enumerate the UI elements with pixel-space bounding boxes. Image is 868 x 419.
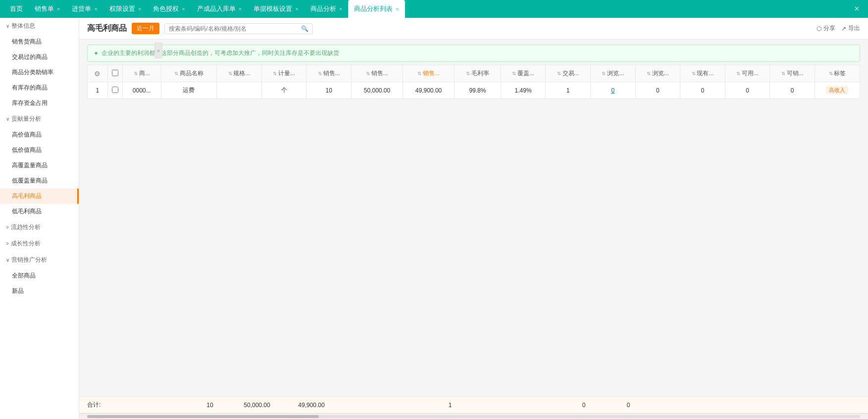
- th-name[interactable]: 商品名称: [161, 65, 217, 82]
- horizontal-scrollbar[interactable]: [79, 413, 868, 419]
- th-coverage[interactable]: 覆盖...: [501, 65, 546, 82]
- sidebar-item-high-margin[interactable]: 高毛利商品: [0, 188, 79, 204]
- close-all-tabs[interactable]: ×: [850, 4, 864, 13]
- row-tag: 高收入: [815, 82, 860, 99]
- sidebar-group-contribution[interactable]: ∨ 贡献量分析: [0, 111, 79, 127]
- main-layout: ∨ 整体信息 销售货商品 交易过的商品 商品分类助销率 有库存的商品 库存资金占…: [0, 18, 868, 419]
- footer-transaction: 1: [428, 402, 472, 409]
- info-icon: ✦: [94, 50, 99, 57]
- sidebar-item-low-margin[interactable]: 低毛利商品: [0, 204, 79, 219]
- footer-summary: 合计: 10 50,000.00 49,900.00 1 0 0: [79, 396, 868, 413]
- row-current-stock: 0: [680, 82, 725, 99]
- sidebar-group-overall[interactable]: ∨ 整体信息: [0, 18, 79, 34]
- search-input[interactable]: [169, 25, 299, 32]
- sidebar: ∨ 整体信息 销售货商品 交易过的商品 商品分类助销率 有库存的商品 库存资金占…: [0, 18, 79, 419]
- th-gross-margin[interactable]: 毛利率: [455, 65, 501, 82]
- sidebar-group-growth[interactable]: > 成长性分析: [0, 235, 79, 252]
- nav-product-inbound-close[interactable]: ×: [239, 6, 242, 12]
- nav-permission-settings-close[interactable]: ×: [138, 6, 141, 12]
- nav-permission-settings[interactable]: 权限设置 ×: [103, 0, 147, 18]
- row-unit: 个: [261, 82, 306, 99]
- th-sales-amount[interactable]: 销售...: [351, 65, 403, 82]
- row-checkbox[interactable]: [107, 82, 122, 99]
- settings-icon[interactable]: ⚙: [94, 70, 101, 78]
- th-browse1[interactable]: 浏览...: [590, 65, 635, 82]
- search-box: 🔍: [164, 23, 313, 34]
- row-sales-amount: 50,000.00: [351, 82, 403, 99]
- content-header: 高毛利商品 近一月 🔍 ⬡ 分享 ↗ 导出: [79, 18, 868, 40]
- footer-sales-profit: 49,900.00: [284, 402, 339, 409]
- th-current-stock[interactable]: 现有...: [680, 65, 725, 82]
- header-actions: ⬡ 分享 ↗ 导出: [817, 24, 860, 33]
- row-available: 0: [725, 82, 770, 99]
- sidebar-group-marketing[interactable]: ∨ 营销推广分析: [0, 252, 79, 268]
- th-transaction[interactable]: 交易...: [546, 65, 591, 82]
- th-sales-qty[interactable]: 销售...: [306, 65, 352, 82]
- row-sellable: 0: [770, 82, 815, 99]
- time-filter-button[interactable]: 近一月: [132, 23, 159, 34]
- search-icon[interactable]: 🔍: [301, 25, 308, 32]
- sidebar-item-all-goods[interactable]: 全部商品: [0, 268, 79, 283]
- footer-current-stock: 0: [562, 402, 606, 409]
- row-index: 1: [88, 82, 108, 99]
- th-tag[interactable]: 标签: [815, 65, 860, 82]
- export-icon: ↗: [841, 25, 846, 32]
- row-spec: [217, 82, 262, 99]
- nav-home[interactable]: 首页: [4, 0, 29, 18]
- sidebar-group-trend[interactable]: > 流趋性分析: [0, 219, 79, 235]
- arrow-icon-3: >: [6, 225, 9, 230]
- nav-template-settings[interactable]: 单据模板设置 ×: [248, 0, 304, 18]
- sidebar-item-low-value[interactable]: 低价值商品: [0, 142, 79, 158]
- row-gross-margin: 99.8%: [455, 82, 501, 99]
- nav-sales-order-close[interactable]: ×: [57, 6, 60, 12]
- th-checkbox: [107, 65, 122, 82]
- nav-role-auth[interactable]: 角色授权 ×: [147, 0, 191, 18]
- sidebar-item-in-stock-goods[interactable]: 有库存的商品: [0, 80, 79, 95]
- sidebar-collapse-button[interactable]: «: [154, 43, 162, 58]
- th-settings[interactable]: ⚙: [88, 65, 108, 82]
- sidebar-item-traded-goods[interactable]: 交易过的商品: [0, 49, 79, 65]
- info-banner: ✦ 企业的主要的利润都是这部分商品创造的，可考虑加大推广，同时关注库存是不要出现…: [87, 45, 860, 62]
- sidebar-item-sales-goods[interactable]: 销售货商品: [0, 34, 79, 49]
- sidebar-item-high-value[interactable]: 高价值商品: [0, 127, 79, 142]
- share-button[interactable]: ⬡ 分享: [817, 24, 835, 33]
- sidebar-item-category-sales-rate[interactable]: 商品分类助销率: [0, 65, 79, 80]
- nav-role-auth-close[interactable]: ×: [182, 6, 185, 12]
- sidebar-item-new-goods[interactable]: 新品: [0, 283, 79, 299]
- sidebar-item-high-coverage[interactable]: 高覆盖量商品: [0, 158, 79, 173]
- nav-template-settings-close[interactable]: ×: [295, 6, 298, 12]
- row-coverage: 1.49%: [501, 82, 546, 99]
- select-all-checkbox[interactable]: [112, 70, 118, 76]
- th-unit[interactable]: 计量...: [261, 65, 306, 82]
- th-available[interactable]: 可用...: [725, 65, 770, 82]
- th-code[interactable]: 商...: [122, 65, 161, 82]
- footer-sales-amount: 50,000.00: [230, 402, 284, 409]
- nav-purchase-order[interactable]: 进货单 ×: [66, 0, 103, 18]
- nav-product-analysis-list[interactable]: 商品分析列表 ×: [348, 0, 405, 18]
- footer-label: 合计:: [87, 401, 107, 409]
- nav-product-analysis-close[interactable]: ×: [339, 6, 342, 12]
- sidebar-item-stock-capital[interactable]: 库存资金占用: [0, 95, 79, 111]
- nav-product-inbound[interactable]: 产成品入库单 ×: [191, 0, 248, 18]
- th-browse2[interactable]: 浏览...: [635, 65, 680, 82]
- sidebar-item-low-coverage[interactable]: 低覆盖量商品: [0, 173, 79, 188]
- row-select-checkbox[interactable]: [112, 87, 118, 93]
- th-sales-profit[interactable]: 销售...: [403, 65, 455, 82]
- top-navigation: 首页 销售单 × 进货单 × 权限设置 × 角色授权 × 产成品入库单 × 单据…: [0, 0, 868, 18]
- nav-purchase-order-close[interactable]: ×: [94, 6, 97, 12]
- export-button[interactable]: ↗ 导出: [841, 24, 860, 33]
- arrow-icon-5: ∨: [6, 257, 9, 263]
- page-title: 高毛利商品: [87, 23, 127, 34]
- content-area: « 高毛利商品 近一月 🔍 ⬡ 分享 ↗ 导出 ✦: [79, 18, 868, 419]
- nav-product-analysis-list-close[interactable]: ×: [396, 6, 399, 12]
- row-name: 运费: [161, 82, 217, 99]
- row-browse2: 0: [635, 82, 680, 99]
- row-browse1[interactable]: 0: [590, 82, 635, 99]
- arrow-icon-2: ∨: [6, 116, 9, 122]
- nav-sales-order[interactable]: 销售单 ×: [29, 0, 66, 18]
- nav-product-analysis[interactable]: 商品分析 ×: [305, 0, 348, 18]
- row-sales-profit: 49,900.00: [403, 82, 455, 99]
- th-sellable[interactable]: 可销...: [770, 65, 815, 82]
- th-spec[interactable]: 规格...: [217, 65, 262, 82]
- scrollbar-thumb[interactable]: [87, 415, 319, 418]
